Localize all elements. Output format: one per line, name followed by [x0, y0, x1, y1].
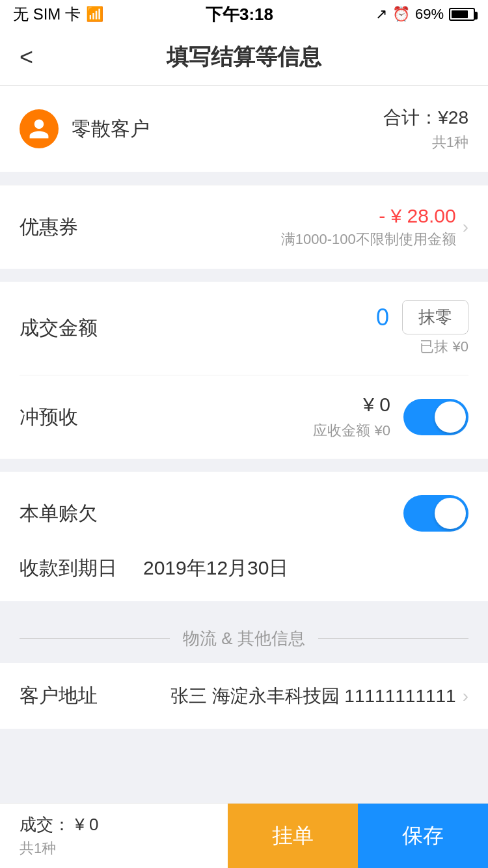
- status-left: 无 SIM 卡 📶: [13, 4, 103, 25]
- address-value: 张三 海淀永丰科技园 11111111111: [170, 684, 456, 709]
- address-row[interactable]: 客户地址 张三 海淀永丰科技园 11111111111 ›: [0, 663, 488, 729]
- coupon-row[interactable]: 优惠券 - ¥ 28.00 满1000-100不限制使用金额 ›: [0, 185, 488, 269]
- divider-line-left: [20, 638, 170, 639]
- customer-row: 零散客户 合计：¥28 共1种: [0, 86, 488, 172]
- status-right: ↗ ⏰ 69%: [375, 6, 475, 23]
- transaction-section: 成交金额 0 抹零 已抹 ¥0 冲预收 ¥ 0 应收金额 ¥0: [0, 282, 488, 459]
- customer-left: 零散客户: [20, 109, 150, 148]
- logistics-label: 物流 & 其他信息: [170, 627, 318, 650]
- battery-icon: [449, 8, 475, 21]
- user-icon: [27, 117, 51, 141]
- customer-section: 零散客户 合计：¥28 共1种: [0, 86, 488, 172]
- prepay-label: 冲预收: [20, 404, 78, 431]
- debt-toggle-knob: [435, 498, 466, 529]
- no-sim-text: 无 SIM 卡: [13, 4, 81, 25]
- page-title: 填写结算等信息: [167, 42, 321, 72]
- due-date-label: 收款到期日: [20, 555, 117, 582]
- coupon-section[interactable]: 优惠券 - ¥ 28.00 满1000-100不限制使用金额 ›: [0, 185, 488, 269]
- transaction-row-right: 0 抹零: [376, 300, 468, 334]
- prepay-toggle[interactable]: [403, 399, 468, 435]
- customer-name: 零散客户: [72, 116, 150, 142]
- logistics-divider: 物流 & 其他信息: [20, 627, 468, 650]
- round-off-button[interactable]: 抹零: [402, 300, 468, 334]
- divider-line-right: [318, 638, 468, 639]
- prepay-right: ¥ 0 应收金额 ¥0: [313, 394, 468, 441]
- transaction-row: 成交金额 0 抹零 已抹 ¥0: [20, 282, 468, 375]
- prepay-row: 冲预收 ¥ 0 应收金额 ¥0: [20, 375, 468, 459]
- transaction-amount[interactable]: 0: [376, 304, 389, 331]
- debt-row: 本单赊欠: [20, 472, 468, 555]
- coupon-description: 满1000-100不限制使用金额: [281, 230, 456, 249]
- logistics-divider-area: 物流 & 其他信息: [0, 614, 488, 663]
- wifi-icon: 📶: [86, 6, 103, 23]
- hold-button[interactable]: 挂单: [228, 804, 358, 869]
- customer-right: 合计：¥28 共1种: [383, 105, 468, 152]
- bottom-count-text: 共1种: [20, 839, 208, 858]
- address-right: 张三 海淀永丰科技园 11111111111 ›: [170, 684, 468, 709]
- transaction-sub-text: 已抹 ¥0: [420, 337, 468, 357]
- debt-label: 本单赊欠: [20, 500, 98, 527]
- alarm-icon: ⏰: [392, 6, 410, 23]
- avatar: [20, 109, 59, 148]
- bottom-summary: 成交： ¥ 0 共1种: [0, 813, 228, 858]
- battery-text: 69%: [415, 6, 444, 23]
- coupon-right: - ¥ 28.00 满1000-100不限制使用金额 ›: [281, 205, 468, 249]
- nav-bar: < 填写结算等信息: [0, 29, 488, 86]
- coupon-info: - ¥ 28.00 满1000-100不限制使用金额: [281, 205, 456, 249]
- total-amount: 合计：¥28: [383, 105, 468, 130]
- coupon-discount: - ¥ 28.00: [281, 205, 456, 227]
- toggle-knob: [435, 401, 466, 433]
- prepay-amount: ¥ 0: [363, 394, 390, 416]
- address-label: 客户地址: [20, 683, 98, 709]
- location-icon: ↗: [375, 6, 387, 23]
- save-button[interactable]: 保存: [358, 804, 488, 869]
- address-section[interactable]: 客户地址 张三 海淀永丰科技园 11111111111 ›: [0, 663, 488, 729]
- due-date-row: 收款到期日 2019年12月30日: [20, 555, 468, 601]
- debt-toggle[interactable]: [403, 495, 468, 532]
- debt-section: 本单赊欠 收款到期日 2019年12月30日: [0, 472, 488, 601]
- coupon-label: 优惠券: [20, 214, 78, 241]
- prepay-amount-area: ¥ 0 应收金额 ¥0: [313, 394, 390, 441]
- status-bar: 无 SIM 卡 📶 下午3:18 ↗ ⏰ 69%: [0, 0, 488, 29]
- transaction-right: 0 抹零 已抹 ¥0: [376, 300, 468, 357]
- bottom-bar: 成交： ¥ 0 共1种 挂单 保存: [0, 803, 488, 868]
- prepay-sub-text: 应收金额 ¥0: [313, 421, 390, 441]
- status-time: 下午3:18: [206, 3, 273, 26]
- total-count: 共1种: [383, 133, 468, 152]
- transaction-label: 成交金额: [20, 315, 98, 342]
- coupon-chevron-icon: ›: [463, 217, 468, 237]
- due-date-value[interactable]: 2019年12月30日: [143, 555, 288, 582]
- bottom-transaction-text: 成交： ¥ 0: [20, 813, 208, 836]
- address-chevron-icon: ›: [463, 686, 468, 707]
- back-button[interactable]: <: [20, 44, 33, 71]
